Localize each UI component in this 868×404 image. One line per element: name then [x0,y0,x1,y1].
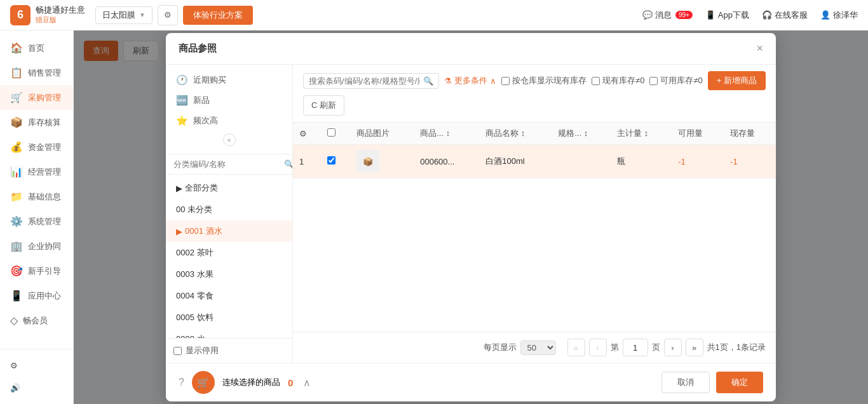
filter-nonzero-checkbox[interactable] [592,77,600,85]
modal-header: 商品参照 × [166,33,776,65]
user-profile[interactable]: 👤 徐泽华 [820,10,858,21]
sidebar-item-enterprise[interactable]: 🏢 企业协同 [0,234,73,259]
brand-info: 畅捷通好生意 猎豆版 [36,5,85,25]
sidebar-item-member[interactable]: ◇ 畅会员 [0,308,73,333]
shortcut-frequent[interactable]: ⭐ 频次高 [166,111,292,131]
category-search-input[interactable] [173,159,280,169]
settings-icon: ⚙ [10,361,18,370]
app-download-button[interactable]: 📱 App下载 [705,10,749,21]
filter-nonzero-stock[interactable]: 现有库存≠0 [592,75,644,86]
service-label: 在线客服 [775,10,808,21]
sidebar-item-purchase[interactable]: 🛒 采购管理 [0,85,73,110]
sidebar-item-operations[interactable]: 📊 经营管理 [0,159,73,184]
gear-button[interactable]: ⚙ [158,5,178,25]
nav-dropdown-label: 日太阳膜 [102,10,135,21]
cat-label-water: 0008 水 [176,333,205,338]
footer-collapse-icon[interactable]: ∧ [303,377,311,389]
guide-icon: 🎯 [10,265,23,277]
member-icon: ◇ [10,314,18,327]
messages-button[interactable]: 💬 消息 99+ [642,10,693,21]
row-checkbox[interactable] [327,156,336,165]
cart-icon: 🛒 [197,377,210,389]
col-unit[interactable]: 主计量 ↕ [611,123,672,145]
page-number-input[interactable] [623,339,648,356]
filter-nonzero-available[interactable]: 可用库存≠0 [649,75,702,86]
exp-button[interactable]: 体验行业方案 [183,6,253,25]
category-search-icon[interactable]: 🔍 [284,159,293,169]
sidebar-sound-btn[interactable]: 🔊 [0,377,73,399]
add-product-button[interactable]: + 新增商品 [708,71,766,90]
help-icon[interactable]: ? [179,377,184,388]
col-checkbox [321,123,350,145]
product-toolbar: 🔍 ⚗ 更多条件 ∧ 按仓库显示现有库存 [293,65,776,123]
message-icon: 💬 [642,10,653,20]
filter-nonzero-avail-checkbox[interactable] [649,77,658,85]
last-page-button[interactable]: » [686,339,703,356]
sidebar-item-finance[interactable]: 💰 资金管理 [0,135,73,159]
col-available: 可用量 [672,123,724,145]
select-all-checkbox[interactable] [327,128,336,137]
customer-service-button[interactable]: 🎧 在线客服 [762,10,808,21]
page-total: 共1页，1条记录 [707,342,766,353]
apps-icon: 📱 [10,290,23,302]
shortcut-new[interactable]: 🆕 新品 [166,90,292,111]
cart-button[interactable]: 🛒 [192,371,215,394]
inventory-icon: 📦 [10,116,23,128]
row-spec [552,145,611,178]
show-disabled-checkbox[interactable] [173,347,182,355]
prev-page-button[interactable]: ‹ [589,339,607,356]
col-code[interactable]: 商品... ↕ [414,123,479,145]
dropdown-arrow-icon: ▼ [139,11,146,18]
sidebar-item-apps[interactable]: 📱 应用中心 [0,283,73,308]
product-search-icon[interactable]: 🔍 [423,76,433,86]
pagination: 每页显示 50 10 20 100 « ‹ 第 [293,332,776,363]
cat-item-tea[interactable]: 0002 茶叶 [166,242,292,264]
cat-item-fruit[interactable]: 0003 水果 [166,264,292,285]
sidebar-settings-btn[interactable]: ⚙ [0,354,73,377]
product-search-input[interactable] [309,76,419,86]
row-index: 1 [293,145,321,178]
show-disabled-label[interactable]: 显示停用 [186,345,219,356]
filter-button[interactable]: ⚗ 更多条件 ∧ [444,75,496,86]
sidebar-sales-label: 销售管理 [28,67,61,79]
cat-item-liquor[interactable]: ▶ 0001 酒水 [166,220,292,242]
filter-by-warehouse[interactable]: 按仓库显示现有库存 [501,75,587,86]
col-image: 商品图片 [350,123,414,145]
modal-close-button[interactable]: × [756,42,763,55]
confirm-button[interactable]: 确定 [716,372,763,393]
cat-item-snack[interactable]: 0004 零食 [166,285,292,307]
sidebar-item-basic[interactable]: 📁 基础信息 [0,184,73,209]
cat-item-beverage[interactable]: 0005 饮料 [166,307,292,328]
first-page-button[interactable]: « [567,339,585,356]
cat-item-unclassified[interactable]: 00 未分类 [166,199,292,220]
modal-body: 🕐 近期购买 🆕 新品 ⭐ 频次高 « [166,65,776,363]
shortcut-recent[interactable]: 🕐 近期购买 [166,70,292,90]
next-page-button[interactable]: › [664,339,682,356]
table-row[interactable]: 1 📦 [293,145,776,178]
shortcut-frequent-label: 频次高 [193,115,218,126]
sidebar-enterprise-label: 企业协同 [28,241,61,252]
cat-label-all: 全部分类 [185,182,218,194]
nav-dropdown[interactable]: 日太阳膜 ▼ [95,6,153,24]
col-name[interactable]: 商品名称 ↕ [479,123,552,145]
sidebar-item-inventory[interactable]: 📦 库存核算 [0,110,73,135]
new-icon: 🆕 [176,95,188,106]
cat-item-water[interactable]: 0008 水 [166,328,292,338]
category-panel: 🕐 近期购买 🆕 新品 ⭐ 频次高 « [166,65,293,363]
per-page-select[interactable]: 50 10 20 100 [520,340,556,355]
cat-label-snack: 0004 零食 [176,290,214,302]
col-spec[interactable]: 规格... ↕ [552,123,611,145]
sidebar-item-system[interactable]: ⚙️ 系统管理 [0,209,73,234]
filter-warehouse-checkbox[interactable] [501,77,510,85]
main-content: 查询 刷新 设置 商品参照 × 🕐 [74,30,868,404]
sidebar-item-guide[interactable]: 🎯 新手引导 [0,259,73,283]
modal-dialog: 商品参照 × 🕐 近期购买 🆕 [166,33,776,401]
sidebar-item-home[interactable]: 🏠 首页 [0,36,73,60]
refresh-button[interactable]: C 刷新 [303,95,344,116]
logo-icon: 6 [10,5,31,25]
cat-item-all[interactable]: ▶ 全部分类 [166,177,292,199]
sidebar-home-label: 首页 [28,43,44,54]
cancel-button[interactable]: 取消 [661,372,710,393]
panel-collapse-button[interactable]: « [223,133,236,146]
sidebar-item-sales[interactable]: 📋 销售管理 [0,60,73,85]
